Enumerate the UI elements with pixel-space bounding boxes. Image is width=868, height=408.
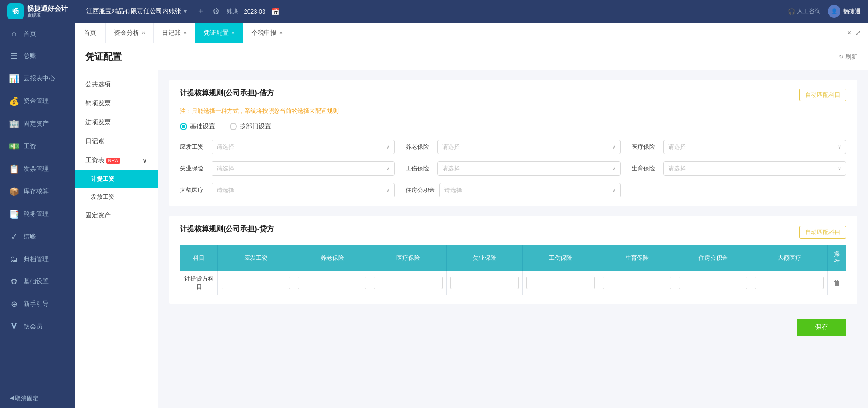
menu-sub-item-pay[interactable]: 发放工资 bbox=[75, 188, 158, 206]
service-button[interactable]: 🎧 人工咨询 bbox=[788, 7, 821, 15]
col-injury: 工伤保险 bbox=[523, 245, 599, 271]
close-period-icon: ✓ bbox=[9, 232, 19, 242]
sidebar-item-home[interactable]: ⌂ 首页 bbox=[0, 23, 75, 45]
radio-basic[interactable]: 基础设置 bbox=[180, 122, 215, 131]
delete-row-icon[interactable]: 🗑 bbox=[833, 279, 840, 286]
cancel-fix-button[interactable]: ◀取消固定 bbox=[0, 389, 75, 408]
company-selector[interactable]: 江西服宝精品有限责任公司内账张 ▾ bbox=[82, 5, 191, 17]
sidebar-item-assets[interactable]: 🏢 固定资产 bbox=[0, 113, 75, 135]
select-housing-fund[interactable]: 请选择 ∨ bbox=[439, 183, 620, 197]
menu-item-fixed-assets[interactable]: 固定资产 bbox=[75, 206, 158, 225]
cell-delete[interactable]: 🗑 bbox=[827, 271, 846, 295]
sidebar-item-guide[interactable]: ⊕ 新手引导 bbox=[0, 293, 75, 315]
select-gross-salary[interactable]: 请选择 ∨ bbox=[212, 140, 395, 154]
tab-fund-analysis[interactable]: 资金分析 × bbox=[106, 23, 154, 43]
tab-voucher-config[interactable]: 凭证配置 × bbox=[195, 23, 243, 43]
user-name: 畅捷通 bbox=[843, 7, 861, 15]
input-maternity[interactable] bbox=[603, 277, 671, 289]
sidebar-label-close: 结账 bbox=[24, 233, 36, 241]
cell-major-medical-input[interactable] bbox=[751, 271, 828, 295]
add-button[interactable]: + bbox=[197, 5, 205, 18]
tab-actions: × ⤢ bbox=[847, 28, 868, 37]
close-all-button[interactable]: × bbox=[847, 29, 851, 37]
debit-notice: 注：只能选择一种方式，系统将按照您当前的选择来配置规则 bbox=[180, 107, 846, 115]
input-medical[interactable] bbox=[374, 277, 443, 289]
page-header: 凭证配置 ↻ 刷新 bbox=[75, 43, 868, 70]
sidebar-label-archive: 归档管理 bbox=[24, 255, 49, 263]
sidebar-item-tax[interactable]: 📑 税务管理 bbox=[0, 203, 75, 225]
col-major-medical: 大额医疗 bbox=[751, 245, 828, 271]
sidebar-item-vip[interactable]: V 畅会员 bbox=[0, 315, 75, 338]
select-injury[interactable]: 请选择 ∨ bbox=[437, 161, 620, 176]
expand-button[interactable]: ⤢ bbox=[855, 28, 861, 37]
sidebar-item-basic[interactable]: ⚙ 基础设置 bbox=[0, 270, 75, 293]
tab-home[interactable]: 首页 bbox=[75, 23, 106, 43]
tab-tax[interactable]: 个税申报 × bbox=[243, 23, 291, 43]
menu-item-sales-invoice[interactable]: 销项发票 bbox=[75, 94, 158, 113]
select-medical[interactable]: 请选择 ∨ bbox=[663, 140, 846, 154]
sidebar-item-fund[interactable]: 💰 资金管理 bbox=[0, 90, 75, 113]
archive-icon: 🗂 bbox=[9, 254, 19, 264]
cell-medical-input[interactable] bbox=[370, 271, 447, 295]
chevron-major-medical-icon: ∨ bbox=[386, 188, 390, 193]
tab-voucher-config-close[interactable]: × bbox=[231, 30, 235, 36]
sidebar-item-archive[interactable]: 🗂 归档管理 bbox=[0, 248, 75, 270]
chevron-maternity-icon: ∨ bbox=[838, 166, 841, 172]
select-unemployment[interactable]: 请选择 ∨ bbox=[212, 161, 395, 176]
radio-dept[interactable]: 按部门设置 bbox=[230, 122, 271, 131]
sidebar-item-inventory[interactable]: 📦 库存核算 bbox=[0, 180, 75, 203]
calendar-icon[interactable]: 📅 bbox=[271, 7, 280, 16]
cell-pension-input[interactable] bbox=[294, 271, 370, 295]
sidebar-item-invoice[interactable]: 📋 发票管理 bbox=[0, 158, 75, 180]
input-major-medical[interactable] bbox=[755, 277, 824, 289]
avatar: 👤 bbox=[828, 5, 840, 18]
select-major-medical[interactable]: 请选择 ∨ bbox=[212, 183, 395, 197]
tab-diary[interactable]: 日记账 × bbox=[154, 23, 195, 43]
page-title: 凭证配置 bbox=[85, 51, 122, 63]
menu-item-public[interactable]: 公共选项 bbox=[75, 75, 158, 94]
tab-fund-analysis-close[interactable]: × bbox=[142, 30, 145, 36]
sidebar-item-report[interactable]: 📊 云报表中心 bbox=[0, 67, 75, 90]
select-pension[interactable]: 请选择 ∨ bbox=[437, 140, 620, 154]
tab-tax-close[interactable]: × bbox=[279, 30, 283, 36]
menu-sub-item-accrual[interactable]: 计提工资 bbox=[75, 170, 158, 188]
menu-item-diary[interactable]: 日记账 bbox=[75, 132, 158, 151]
sidebar-item-close[interactable]: ✓ 结账 bbox=[0, 225, 75, 248]
logo-title: 畅捷通好会计 bbox=[27, 5, 68, 13]
top-actions: + ⚙ 账期 2023-03 📅 bbox=[197, 5, 280, 18]
radio-dept-label: 按部门设置 bbox=[240, 122, 271, 131]
ledger-icon: ☰ bbox=[9, 51, 19, 61]
cell-unemployment-input[interactable] bbox=[446, 271, 523, 295]
refresh-button[interactable]: ↻ 刷新 bbox=[839, 53, 857, 61]
sidebar: ⌂ 首页 ☰ 总账 📊 云报表中心 💰 资金管理 🏢 固定资产 💵 工资 📋 发… bbox=[0, 23, 75, 408]
settings-icon[interactable]: ⚙ bbox=[211, 5, 222, 18]
label-maternity: 生育保险 bbox=[632, 164, 659, 173]
save-button[interactable]: 保存 bbox=[797, 319, 846, 336]
cell-maternity-input[interactable] bbox=[599, 271, 675, 295]
menu-item-purchase-invoice[interactable]: 进项发票 bbox=[75, 113, 158, 132]
cell-gross-input[interactable] bbox=[218, 271, 294, 295]
input-unemployment[interactable] bbox=[450, 277, 519, 289]
tab-diary-close[interactable]: × bbox=[184, 30, 187, 36]
sidebar-label-ledger: 总账 bbox=[24, 52, 36, 60]
credit-auto-match-button[interactable]: 自动匹配科目 bbox=[799, 226, 846, 239]
field-pension: 养老保险 请选择 ∨ bbox=[406, 140, 620, 154]
input-pension[interactable] bbox=[298, 277, 367, 289]
input-housing[interactable] bbox=[679, 277, 748, 289]
user-area[interactable]: 👤 畅捷通 bbox=[828, 5, 861, 18]
sidebar-item-ledger[interactable]: ☰ 总账 bbox=[0, 45, 75, 67]
menu-group-payroll-header[interactable]: 工资表NEW ∨ bbox=[75, 151, 158, 170]
cell-injury-input[interactable] bbox=[523, 271, 599, 295]
field-unemployment: 失业保险 请选择 ∨ bbox=[180, 161, 395, 176]
debit-auto-match-button[interactable]: 自动匹配科目 bbox=[799, 89, 846, 101]
field-housing-fund: 住房公积金 请选择 ∨ bbox=[406, 183, 620, 197]
cell-housing-input[interactable] bbox=[675, 271, 751, 295]
company-name: 江西服宝精品有限责任公司内账张 bbox=[86, 7, 181, 15]
select-maternity[interactable]: 请选择 ∨ bbox=[663, 161, 846, 176]
input-gross[interactable] bbox=[222, 277, 290, 289]
input-injury[interactable] bbox=[526, 277, 595, 289]
credit-section-title: 计提核算规则(公司承担)-贷方 bbox=[180, 225, 274, 234]
tab-home-label: 首页 bbox=[84, 29, 96, 37]
sidebar-item-salary[interactable]: 💵 工资 bbox=[0, 135, 75, 158]
radio-dept-circle bbox=[230, 123, 237, 130]
